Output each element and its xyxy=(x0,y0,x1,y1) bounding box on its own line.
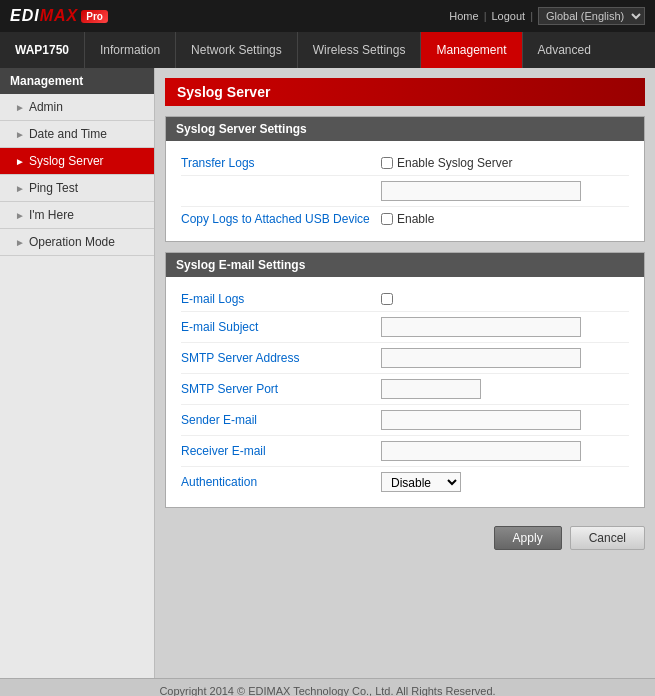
tab-advanced[interactable]: Advanced xyxy=(522,32,606,68)
sidebar-item-syslog-server[interactable]: ► Syslog Server xyxy=(0,148,154,175)
syslog-server-settings-body: Transfer Logs Enable Syslog Server xyxy=(166,141,644,241)
sidebar-item-label: Date and Time xyxy=(29,127,107,141)
sidebar-item-admin[interactable]: ► Admin xyxy=(0,94,154,121)
sidebar-item-im-here[interactable]: ► I'm Here xyxy=(0,202,154,229)
transfer-logs-input-value xyxy=(381,181,629,201)
cancel-button[interactable]: Cancel xyxy=(570,526,645,550)
enable-syslog-label[interactable]: Enable Syslog Server xyxy=(381,156,512,170)
smtp-server-address-label: SMTP Server Address xyxy=(181,351,381,365)
email-logs-checkbox[interactable] xyxy=(381,293,393,305)
sidebar-item-date-time[interactable]: ► Date and Time xyxy=(0,121,154,148)
transfer-logs-value: Enable Syslog Server xyxy=(381,156,629,170)
page-title: Syslog Server xyxy=(165,78,645,106)
sep2: | xyxy=(530,10,533,22)
email-logs-value xyxy=(381,293,629,305)
sidebar-item-label: Admin xyxy=(29,100,63,114)
sidebar-item-ping-test[interactable]: ► Ping Test xyxy=(0,175,154,202)
smtp-server-port-value xyxy=(381,379,629,399)
sidebar-item-label: I'm Here xyxy=(29,208,74,222)
smtp-server-address-row: SMTP Server Address xyxy=(181,343,629,374)
syslog-email-settings-header: Syslog E-mail Settings xyxy=(166,253,644,277)
receiver-email-row: Receiver E-mail xyxy=(181,436,629,467)
apply-button[interactable]: Apply xyxy=(494,526,562,550)
sidebar-item-label: Syslog Server xyxy=(29,154,104,168)
tab-wireless-settings[interactable]: Wireless Settings xyxy=(297,32,421,68)
email-subject-row: E-mail Subject xyxy=(181,312,629,343)
sidebar-item-label: Ping Test xyxy=(29,181,78,195)
sender-email-row: Sender E-mail xyxy=(181,405,629,436)
email-subject-value xyxy=(381,317,629,337)
footer-text: Copyright 2014 © EDIMAX Technology Co., … xyxy=(159,685,495,696)
authentication-value: Disable Enable xyxy=(381,472,629,492)
sender-email-label: Sender E-mail xyxy=(181,413,381,427)
authentication-row: Authentication Disable Enable xyxy=(181,467,629,497)
email-subject-label: E-mail Subject xyxy=(181,320,381,334)
smtp-server-address-input[interactable] xyxy=(381,348,581,368)
arrow-icon: ► xyxy=(15,156,25,167)
arrow-icon: ► xyxy=(15,237,25,248)
tab-management[interactable]: Management xyxy=(420,32,521,68)
syslog-email-settings-body: E-mail Logs E-mail Subject SMTP Server A… xyxy=(166,277,644,507)
smtp-server-address-value xyxy=(381,348,629,368)
button-row: Apply Cancel xyxy=(165,518,645,558)
language-select[interactable]: Global (English) xyxy=(538,7,645,25)
copy-logs-enable-text: Enable xyxy=(397,212,434,226)
smtp-server-port-input[interactable] xyxy=(381,379,481,399)
smtp-server-port-row: SMTP Server Port xyxy=(181,374,629,405)
transfer-logs-row: Transfer Logs Enable Syslog Server xyxy=(181,151,629,176)
copy-logs-value: Enable xyxy=(381,212,629,226)
top-links: Home | Logout | Global (English) xyxy=(449,7,645,25)
email-subject-input[interactable] xyxy=(381,317,581,337)
sep1: | xyxy=(484,10,487,22)
nav-tabs: Information Network Settings Wireless Se… xyxy=(84,32,606,68)
transfer-logs-input-row xyxy=(181,176,629,207)
arrow-icon: ► xyxy=(15,183,25,194)
copy-logs-label: Copy Logs to Attached USB Device xyxy=(181,212,381,226)
sidebar-header: Management xyxy=(0,68,154,94)
email-logs-row: E-mail Logs xyxy=(181,287,629,312)
copy-logs-enable-label[interactable]: Enable xyxy=(381,212,434,226)
logout-link[interactable]: Logout xyxy=(491,10,525,22)
sidebar-item-operation-mode[interactable]: ► Operation Mode xyxy=(0,229,154,256)
tab-network-settings[interactable]: Network Settings xyxy=(175,32,297,68)
authentication-select[interactable]: Disable Enable xyxy=(381,472,461,492)
copy-logs-checkbox[interactable] xyxy=(381,213,393,225)
enable-syslog-text: Enable Syslog Server xyxy=(397,156,512,170)
main-container: Management ► Admin ► Date and Time ► Sys… xyxy=(0,68,655,678)
footer: Copyright 2014 © EDIMAX Technology Co., … xyxy=(0,678,655,696)
transfer-logs-label: Transfer Logs xyxy=(181,156,381,170)
receiver-email-input[interactable] xyxy=(381,441,581,461)
home-link[interactable]: Home xyxy=(449,10,478,22)
authentication-label: Authentication xyxy=(181,475,381,489)
syslog-server-settings-header: Syslog Server Settings xyxy=(166,117,644,141)
sidebar: Management ► Admin ► Date and Time ► Sys… xyxy=(0,68,155,678)
logo-pro: Pro xyxy=(81,10,108,23)
email-logs-label: E-mail Logs xyxy=(181,292,381,306)
smtp-server-port-label: SMTP Server Port xyxy=(181,382,381,396)
arrow-icon: ► xyxy=(15,210,25,221)
sidebar-item-label: Operation Mode xyxy=(29,235,115,249)
enable-syslog-checkbox[interactable] xyxy=(381,157,393,169)
syslog-email-settings-box: Syslog E-mail Settings E-mail Logs E-mai… xyxy=(165,252,645,508)
tab-information[interactable]: Information xyxy=(84,32,175,68)
content-area: Syslog Server Syslog Server Settings Tra… xyxy=(155,68,655,678)
nav-bar: WAP1750 Information Network Settings Wir… xyxy=(0,32,655,68)
logo-area: EDIMAX Pro xyxy=(10,7,108,25)
copy-logs-row: Copy Logs to Attached USB Device Enable xyxy=(181,207,629,231)
syslog-server-address-input[interactable] xyxy=(381,181,581,201)
syslog-server-settings-box: Syslog Server Settings Transfer Logs Ena… xyxy=(165,116,645,242)
arrow-icon: ► xyxy=(15,129,25,140)
sender-email-value xyxy=(381,410,629,430)
top-bar: EDIMAX Pro Home | Logout | Global (Engli… xyxy=(0,0,655,32)
receiver-email-label: Receiver E-mail xyxy=(181,444,381,458)
arrow-icon: ► xyxy=(15,102,25,113)
model-label: WAP1750 xyxy=(0,43,84,57)
logo-text: EDIMAX xyxy=(10,7,78,25)
receiver-email-value xyxy=(381,441,629,461)
sender-email-input[interactable] xyxy=(381,410,581,430)
